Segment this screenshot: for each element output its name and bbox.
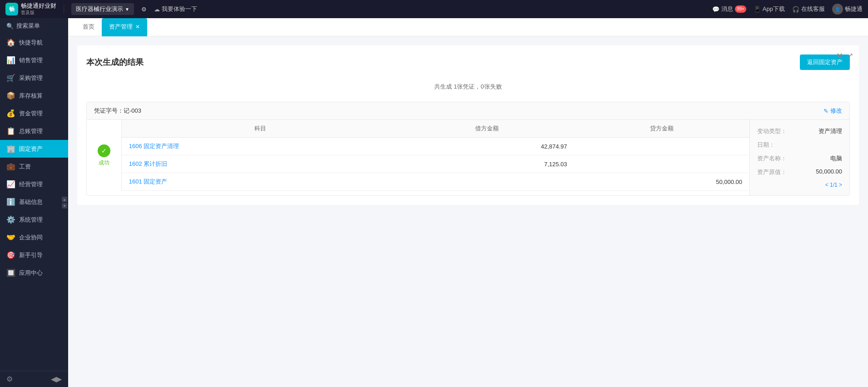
scroll-down-button[interactable]: ▼ <box>62 203 67 208</box>
logo-icon: 畅 <box>5 3 18 15</box>
sidebar-item-label: 总账管理 <box>19 127 43 135</box>
table-row: 1601 固定资产 50,000.00 <box>122 173 749 191</box>
message-icon: 💬 <box>712 6 719 13</box>
scroll-controls: ▲ ▼ <box>61 196 68 209</box>
customer-service-label: 在线客服 <box>801 5 825 13</box>
sidebar-item-newbie-guide[interactable]: 🎯新手引导 <box>0 246 68 264</box>
col-account: 科目 <box>122 120 399 138</box>
sidebar-item-business-mgmt[interactable]: 📈经营管理 <box>0 175 68 193</box>
table-row: 1606 固定资产清理 42,874.97 <box>122 138 749 155</box>
panel-controls: ✕ ⤢ <box>836 51 853 61</box>
gear-icon: ⚙ <box>141 6 147 13</box>
experience-button[interactable]: ☁ 我要体验一下 <box>154 5 197 13</box>
app-title-block: 畅捷通好业财 普及版 <box>21 2 56 16</box>
close-panel-button[interactable]: ✕ <box>836 51 843 61</box>
settings-footer-icon[interactable]: ⚙ <box>6 375 13 383</box>
voucher-number: 凭证字号：记-003 <box>94 107 141 115</box>
tab-bar: 首页资产管理✕ <box>68 18 868 36</box>
sidebar-item-system-mgmt[interactable]: ⚙️系统管理 <box>0 211 68 228</box>
sidebar-item-label: 工资 <box>19 163 31 171</box>
app-download-label: App下载 <box>763 5 785 13</box>
account-link[interactable]: 1606 固定资产清理 <box>129 143 179 149</box>
result-summary: 共生成 1张凭证，0张失败 <box>86 79 850 94</box>
sidebar-item-label: 经营管理 <box>19 180 43 189</box>
tab-home[interactable]: 首页 <box>75 18 102 36</box>
sidebar-item-label: 应用中心 <box>19 269 43 277</box>
top-header: 畅 畅捷通好业财 普及版 医疗器械行业演示 ▼ ⚙ ☁ 我要体验一下 💬 消息 … <box>0 0 868 18</box>
account-link[interactable]: 1601 固定资产 <box>129 178 168 185</box>
workspace-selector[interactable]: 医疗器械行业演示 ▼ <box>71 3 134 15</box>
general-ledger-icon: 📋 <box>6 127 15 135</box>
collapse-sidebar-button[interactable]: ◀▶ <box>51 375 62 383</box>
asset-name-row: 资产名称： 电脑 <box>757 154 842 163</box>
success-icon: ✓ <box>98 144 110 157</box>
result-panel: ✕ ⤢ 本次生成的结果 返回固定资产 共生成 1张凭证，0张失败 凭证字号：记-… <box>77 45 859 205</box>
voucher-body: ✓ 成功 科目 借方金额 <box>87 120 749 191</box>
original-value-row: 资产原值： 50,000.00 <box>757 168 842 176</box>
sidebar-footer: ⚙ ◀▶ <box>0 371 68 387</box>
system-mgmt-icon: ⚙️ <box>6 215 15 224</box>
sidebar-item-inventory[interactable]: 📦库存核算 <box>0 87 68 104</box>
sidebar-item-fixed-assets[interactable]: 🏢固定资产 <box>0 140 68 158</box>
date-row: 日期： <box>757 141 842 149</box>
newbie-guide-icon: 🎯 <box>6 251 15 259</box>
header-right: 💬 消息 99+ 📱 App下载 🎧 在线客服 👤 畅捷通 <box>712 4 863 15</box>
tab-label: 首页 <box>83 23 94 31</box>
tab-asset-mgmt[interactable]: 资产管理✕ <box>102 18 147 36</box>
success-text: 成功 <box>99 159 109 167</box>
debit-cell <box>399 173 574 191</box>
chevron-down-icon: ▼ <box>125 7 129 12</box>
credit-cell: 50,000.00 <box>575 173 749 191</box>
message-badge: 99+ <box>735 5 746 13</box>
experience-label: 我要体验一下 <box>162 5 197 13</box>
settings-button[interactable]: ⚙ <box>138 3 150 15</box>
app-logo: 畅 畅捷通好业财 普及版 <box>5 2 56 16</box>
expand-panel-button[interactable]: ⤢ <box>847 51 853 61</box>
customer-service-button[interactable]: 🎧 在线客服 <box>792 5 825 13</box>
sidebar-item-payroll[interactable]: 💼工资 <box>0 158 68 175</box>
search-icon: 🔍 <box>6 23 14 30</box>
purchase-icon: 🛒 <box>6 74 15 82</box>
star-icon: ☁ <box>154 6 160 13</box>
scroll-up-button[interactable]: ▲ <box>62 197 67 202</box>
search-menu[interactable]: 🔍 搜索菜单 <box>0 18 68 34</box>
sidebar-item-finance[interactable]: 💰资金管理 <box>0 104 68 122</box>
sidebar-item-general-ledger[interactable]: 📋总账管理 <box>0 122 68 140</box>
sidebar-item-label: 企业协同 <box>19 233 43 242</box>
edit-icon: ✎ <box>823 108 828 114</box>
app-title: 畅捷通好业财 <box>21 2 56 10</box>
user-info[interactable]: 👤 畅捷通 <box>832 4 863 15</box>
edit-voucher-button[interactable]: ✎ 修改 <box>823 107 842 115</box>
divider <box>64 5 64 14</box>
credit-cell <box>575 155 749 173</box>
debit-cell: 42,874.97 <box>399 138 574 155</box>
message-button[interactable]: 💬 消息 99+ <box>712 5 746 13</box>
sidebar-item-enterprise[interactable]: 🤝企业协同 <box>0 228 68 246</box>
status-column: ✓ 成功 <box>87 120 122 191</box>
edit-label: 修改 <box>830 107 842 115</box>
tab-close-button[interactable]: ✕ <box>135 24 140 30</box>
sales-icon: 📊 <box>6 56 15 64</box>
account-link[interactable]: 1602 累计折旧 <box>129 160 168 167</box>
app-download-button[interactable]: 📱 App下载 <box>754 5 785 13</box>
avatar: 👤 <box>832 4 843 15</box>
col-debit: 借方金额 <box>399 120 574 138</box>
sidebar-item-basic-info[interactable]: ℹ️基础信息 <box>0 193 68 211</box>
enterprise-icon: 🤝 <box>6 233 15 242</box>
app-subtitle: 普及版 <box>21 10 56 16</box>
page-title-row: 本次生成的结果 返回固定资产 <box>86 55 850 70</box>
table-body: 1606 固定资产清理 42,874.97 1602 累计折旧 7,125.03… <box>122 138 749 191</box>
sidebar-item-sales[interactable]: 📊销售管理 <box>0 51 68 69</box>
sidebar-item-label: 新手引导 <box>19 251 43 259</box>
sidebar-item-purchase[interactable]: 🛒采购管理 <box>0 69 68 87</box>
sidebar-item-quick-nav[interactable]: 🏠快捷导航 <box>0 34 68 51</box>
main-layout: 🔍 搜索菜单 🏠快捷导航📊销售管理🛒采购管理📦库存核算💰资金管理📋总账管理🏢固定… <box>0 18 868 387</box>
table-row: 1602 累计折旧 7,125.03 <box>122 155 749 173</box>
side-pagination[interactable]: < 1/1 > <box>757 182 842 188</box>
sidebar-item-app-center[interactable]: 🔲应用中心 <box>0 264 68 282</box>
finance-icon: 💰 <box>6 109 15 118</box>
original-value-value: 50,000.00 <box>816 168 842 176</box>
workspace-name: 医疗器械行业演示 <box>76 5 123 13</box>
sidebar-item-label: 快捷导航 <box>19 39 43 47</box>
business-mgmt-icon: 📈 <box>6 180 15 189</box>
